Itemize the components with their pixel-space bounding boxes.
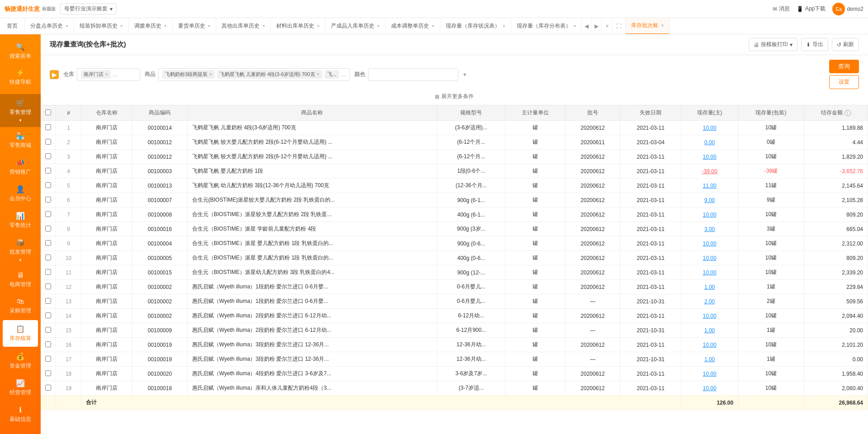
tab-xiancun2[interactable]: 现存量（库存分布表） × [511, 18, 582, 34]
td-qty-main[interactable]: 10.00 [681, 208, 738, 222]
td-qty-main[interactable]: 10.00 [681, 150, 738, 164]
td-checkbox[interactable] [41, 251, 56, 265]
tab-zuzhuan-close[interactable]: × [120, 24, 123, 28]
th-checkbox[interactable] [41, 105, 56, 121]
tab-chanpin-close[interactable]: × [377, 24, 380, 28]
td-qty-main[interactable]: -39.00 [681, 164, 738, 179]
tab-qita[interactable]: 其他出库单历史 × [216, 18, 271, 34]
messages-btn[interactable]: ✉ 消息 [773, 5, 790, 13]
td-qty-main[interactable]: 1.00 [681, 323, 738, 338]
td-qty-main[interactable]: 10.00 [681, 251, 738, 265]
tab-pici-close[interactable]: × [661, 23, 664, 28]
row-checkbox[interactable] [45, 269, 51, 275]
td-checkbox[interactable] [41, 236, 56, 251]
sidebar-item-inventory[interactable]: 📋 库存核算 [3, 320, 38, 347]
sidebar-item-member-center[interactable]: 👤 会员中心 [0, 180, 41, 207]
td-checkbox[interactable] [41, 265, 56, 280]
td-qty-main[interactable]: 11.00 [681, 179, 738, 193]
row-checkbox[interactable] [45, 197, 51, 203]
tab-pici[interactable]: 库存批次账 × [626, 18, 670, 34]
nav-next-arrow[interactable]: ▶ [592, 18, 602, 34]
tab-cailiao[interactable]: 材料出库单历史 × [271, 18, 326, 34]
export-btn[interactable]: ⬇ 导出 [801, 38, 828, 51]
settings-btn[interactable]: 设置 [829, 75, 859, 89]
td-checkbox[interactable] [41, 121, 56, 135]
td-qty-main[interactable]: 1.00 [681, 280, 738, 294]
warehouse-filter-input[interactable]: 南岸门店 × ... [77, 68, 140, 81]
row-checkbox[interactable] [45, 255, 51, 260]
tab-diaopo-close[interactable]: × [164, 24, 167, 28]
org-selector[interactable]: 母婴行业演示账套 ▾ [60, 3, 117, 14]
td-qty-main[interactable]: 2.00 [681, 294, 738, 309]
sidebar-item-marketing[interactable]: 📣 营销推广 [0, 154, 41, 180]
td-qty-main[interactable]: 10.00 [681, 381, 738, 396]
tab-yaohuo-close[interactable]: × [208, 24, 211, 28]
row-checkbox[interactable] [45, 168, 51, 174]
warehouse-tag-remove[interactable]: × [105, 72, 108, 77]
td-qty-main[interactable]: 1.00 [681, 352, 738, 367]
expand-more-btn[interactable]: ⊞ 展开更多条件 [50, 93, 859, 100]
sidebar-item-quick-nav[interactable]: ⚡ 快捷导航 [0, 64, 41, 90]
row-checkbox[interactable] [45, 153, 51, 159]
query-btn[interactable]: 查询 [829, 60, 859, 73]
td-qty-main[interactable]: 10.00 [681, 338, 738, 352]
tab-cailiao-close[interactable]: × [317, 24, 320, 28]
row-checkbox[interactable] [45, 182, 51, 188]
sidebar-item-ecommerce[interactable]: 🖥 电商管理 [0, 267, 41, 293]
row-checkbox[interactable] [45, 327, 51, 333]
amount-info-icon[interactable]: i [844, 110, 851, 116]
tab-diaopo[interactable]: 调拨单历史 × [129, 18, 173, 34]
td-checkbox[interactable] [41, 208, 56, 222]
sidebar-item-retail-mall[interactable]: 🏪 零售商城 [0, 127, 41, 154]
sidebar-item-finance[interactable]: 💰 资金管理 [0, 348, 41, 374]
row-checkbox[interactable] [45, 211, 51, 217]
product-filter-input[interactable]: 飞鹤奶粉3段两提装 × 飞鹤星飞帆 儿童奶粉 4段(3-6岁适用) 700克 ×… [158, 68, 350, 81]
row-checkbox[interactable] [45, 370, 51, 376]
row-checkbox[interactable] [45, 139, 51, 145]
row-checkbox[interactable] [45, 240, 51, 246]
sidebar-item-search[interactable]: 🔍 搜索英单 [0, 39, 41, 64]
td-checkbox[interactable] [41, 367, 56, 381]
td-checkbox[interactable] [41, 222, 56, 236]
row-checkbox[interactable] [45, 298, 51, 304]
tab-xiancun1-close[interactable]: × [503, 24, 505, 28]
td-checkbox[interactable] [41, 150, 56, 164]
color-filter-input[interactable] [368, 68, 458, 81]
filter-expand-btn[interactable]: ▶ [50, 70, 59, 79]
row-checkbox[interactable] [45, 341, 51, 347]
sidebar-item-ops[interactable]: 📈 经营管理 [0, 374, 41, 401]
td-qty-main[interactable]: 9.00 [681, 193, 738, 208]
sidebar-item-base-info[interactable]: ℹ 基础信息 [0, 401, 41, 428]
print-btn[interactable]: 🖨 按模板打印 ▾ [749, 38, 797, 51]
td-qty-main[interactable]: 10.00 [681, 121, 738, 135]
td-qty-main[interactable]: 10.00 [681, 265, 738, 280]
tab-chengben-close[interactable]: × [432, 24, 434, 28]
row-checkbox[interactable] [45, 385, 51, 391]
td-checkbox[interactable] [41, 294, 56, 309]
warehouse-more-dots[interactable]: ... [113, 71, 118, 78]
tab-home[interactable]: 首页 [0, 18, 25, 34]
nav-close-all-btn[interactable]: × [602, 18, 613, 34]
row-checkbox[interactable] [45, 356, 51, 362]
td-checkbox[interactable] [41, 338, 56, 352]
row-checkbox[interactable] [45, 312, 51, 318]
nav-prev-arrow[interactable]: ◀ [582, 18, 592, 34]
row-checkbox[interactable] [45, 124, 51, 130]
nav-fullscreen-btn[interactable]: ⛶ [613, 18, 626, 34]
sidebar-item-purchase[interactable]: 🛍 采购管理 [0, 293, 41, 319]
row-checkbox[interactable] [45, 283, 51, 289]
td-qty-main[interactable]: 3.00 [681, 222, 738, 236]
td-checkbox[interactable] [41, 193, 56, 208]
tab-zuzhuan[interactable]: 组装拆卸单历史 × [74, 18, 129, 34]
tab-xiancun1[interactable]: 现存量（库存状况表） × [440, 18, 511, 34]
td-checkbox[interactable] [41, 352, 56, 367]
product-more-dots[interactable]: ... [341, 71, 346, 78]
tab-qita-close[interactable]: × [262, 24, 265, 28]
user-area[interactable]: Ea demo2 [832, 3, 863, 15]
td-qty-main[interactable]: 10.00 [681, 309, 738, 323]
tab-chanpin[interactable]: 产成品入库单历史 × [326, 18, 386, 34]
td-checkbox[interactable] [41, 135, 56, 150]
app-download-btn[interactable]: 📱 App下载 [797, 5, 826, 13]
td-checkbox[interactable] [41, 323, 56, 338]
refresh-btn[interactable]: ↺ 刷新 [832, 38, 859, 51]
